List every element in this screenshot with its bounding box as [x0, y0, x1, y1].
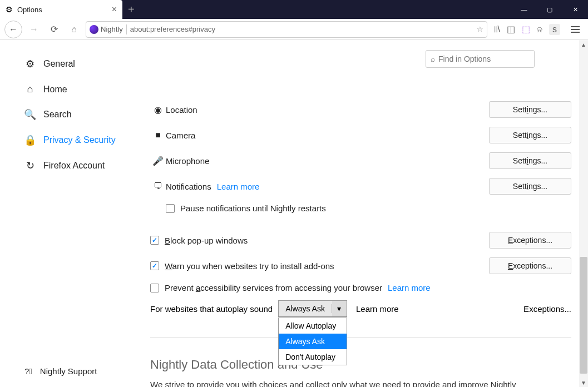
- search-icon: ⌕: [431, 54, 435, 63]
- warn-install-exceptions-button[interactable]: Exceptions...: [489, 257, 571, 274]
- autoplay-learn-more[interactable]: Learn more: [356, 304, 399, 314]
- scroll-thumb[interactable]: [580, 257, 587, 374]
- find-in-options[interactable]: ⌕ Find in Options: [426, 50, 535, 68]
- identity-box[interactable]: Nightly: [90, 25, 123, 34]
- forward-button[interactable]: →: [26, 21, 42, 38]
- autoplay-dropdown[interactable]: Always Ask ▾ Allow Autoplay Always Ask D…: [278, 300, 347, 317]
- warn-install-checkbox[interactable]: [150, 261, 159, 270]
- minimize-button[interactable]: —: [511, 0, 537, 19]
- scrollbar[interactable]: ▲ ▼: [579, 40, 588, 387]
- sidebar-item-search[interactable]: 🔍 Search: [0, 102, 128, 127]
- data-collection-title: Nightly Data Collection and Use: [150, 358, 571, 372]
- sidebar-item-general[interactable]: ⚙ General: [0, 51, 128, 77]
- notification-icon[interactable]: ⍾: [537, 24, 542, 34]
- url-text: about:preferences#privacy: [130, 25, 473, 33]
- tab-title: Options: [17, 6, 107, 14]
- camera-icon: ■: [150, 130, 166, 140]
- block-popups-checkbox[interactable]: [150, 236, 159, 245]
- autoplay-exceptions-button[interactable]: Exceptions...: [523, 304, 571, 314]
- home-button[interactable]: ⌂: [66, 21, 82, 38]
- prevent-accessibility-checkbox[interactable]: [150, 284, 159, 292]
- notifications-learn-more[interactable]: Learn more: [217, 182, 260, 191]
- profile-badge[interactable]: s: [549, 24, 560, 35]
- data-collection-text: We strive to provide you with choices an…: [150, 379, 517, 387]
- new-tab-button[interactable]: +: [122, 0, 140, 19]
- main-pane: ⌕ Find in Options ◉ Location Settings...…: [128, 40, 588, 387]
- scroll-up-icon[interactable]: ▲: [579, 40, 588, 49]
- maximize-button[interactable]: ▢: [537, 0, 562, 19]
- toolbar: ← → ⟳ ⌂ Nightly about:preferences#privac…: [0, 19, 588, 40]
- notifications-icon: 🗨: [150, 181, 166, 191]
- camera-settings-button[interactable]: Settings...: [489, 127, 571, 143]
- autoplay-option-always-ask[interactable]: Always Ask: [279, 334, 347, 349]
- bookmark-star-icon[interactable]: ☆: [477, 25, 483, 33]
- home-icon: ⌂: [24, 83, 36, 95]
- support-link[interactable]: ?⃝ Nightly Support: [24, 366, 97, 376]
- search-icon: 🔍: [24, 108, 36, 121]
- sidebar-icon[interactable]: ◫: [507, 24, 515, 34]
- camera-label: Camera: [166, 131, 489, 140]
- close-window-button[interactable]: ✕: [562, 0, 588, 19]
- help-icon: ?⃝: [24, 366, 32, 376]
- cube-icon[interactable]: ⬚: [522, 24, 530, 34]
- block-popups-label: Block pop-up windows: [165, 236, 489, 245]
- sidebar-item-home[interactable]: ⌂ Home: [0, 77, 128, 102]
- notifications-settings-button[interactable]: Settings...: [489, 178, 571, 195]
- chevron-down-icon: ▾: [332, 301, 347, 316]
- autoplay-option-allow[interactable]: Allow Autoplay: [279, 318, 347, 334]
- sync-icon: ↻: [24, 160, 36, 172]
- browser-tab[interactable]: ⚙ Options ×: [0, 0, 122, 19]
- titlebar: ⚙ Options × + — ▢ ✕: [0, 0, 588, 19]
- accessibility-learn-more[interactable]: Learn more: [388, 283, 431, 292]
- sidebar-item-privacy[interactable]: 🔒 Privacy & Security: [0, 127, 128, 153]
- autoplay-dropdown-menu: Allow Autoplay Always Ask Don't Autoplay: [278, 317, 347, 365]
- sidebar-item-account[interactable]: ↻ Firefox Account: [0, 153, 128, 178]
- location-icon: ◉: [150, 105, 166, 115]
- block-popups-exceptions-button[interactable]: Exceptions...: [489, 232, 571, 249]
- sidebar: ⚙ General ⌂ Home 🔍 Search 🔒 Privacy & Se…: [0, 40, 128, 387]
- lock-icon: 🔒: [24, 134, 36, 146]
- location-label: Location: [166, 105, 489, 115]
- section-divider: [150, 337, 571, 338]
- scroll-down-icon[interactable]: ▼: [579, 378, 588, 387]
- microphone-label: Microphone: [166, 156, 489, 166]
- nightly-icon: [90, 25, 98, 34]
- microphone-icon: 🎤: [150, 156, 166, 166]
- close-tab-icon[interactable]: ×: [112, 4, 117, 14]
- app-menu-button[interactable]: [567, 21, 584, 38]
- pause-notifications-label: Pause notifications until Nightly restar…: [180, 204, 326, 213]
- url-bar[interactable]: Nightly about:preferences#privacy ☆: [86, 21, 487, 38]
- microphone-settings-button[interactable]: Settings...: [489, 152, 571, 169]
- warn-install-label: Warn you when websites try to install ad…: [165, 261, 489, 271]
- gear-icon: ⚙: [6, 5, 13, 14]
- autoplay-label: For websites that autoplay sound: [150, 304, 273, 314]
- prevent-accessibility-label: Prevent accessibility services from acce…: [165, 283, 382, 292]
- notifications-label: Notifications: [166, 182, 211, 191]
- gear-icon: ⚙: [24, 58, 36, 70]
- back-button[interactable]: ←: [4, 21, 22, 38]
- reload-button[interactable]: ⟳: [46, 21, 62, 38]
- autoplay-option-dont[interactable]: Don't Autoplay: [279, 349, 347, 365]
- location-settings-button[interactable]: Settings...: [489, 101, 571, 118]
- pause-notifications-checkbox[interactable]: [166, 204, 175, 213]
- library-icon[interactable]: ⦀\: [494, 24, 500, 34]
